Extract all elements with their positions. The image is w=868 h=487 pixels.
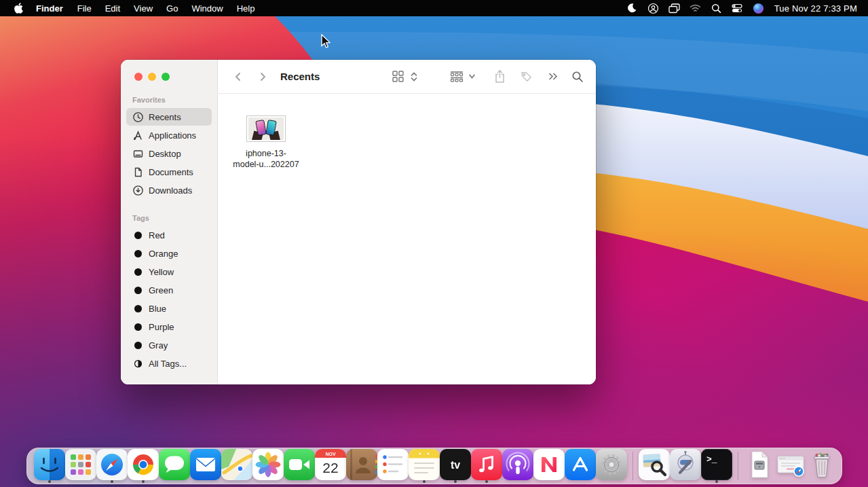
tag-button[interactable]	[516, 67, 537, 87]
minimize-button[interactable]	[148, 73, 156, 81]
running-indicator	[111, 480, 113, 483]
user-account-icon[interactable]	[643, 0, 664, 16]
wifi-icon[interactable]	[685, 0, 706, 16]
dock-item-dmg-file[interactable]	[744, 448, 775, 484]
apple-menu[interactable]	[8, 3, 29, 14]
running-indicator	[454, 480, 457, 483]
view-sort-button[interactable]	[409, 67, 422, 87]
sidebar-tag-green[interactable]: Green	[126, 281, 212, 299]
menu-finder[interactable]: Finder	[29, 0, 71, 16]
notes-icon	[409, 449, 440, 480]
dock-item-tv[interactable]: tv	[440, 448, 471, 484]
dock-item-chrome[interactable]	[128, 448, 159, 484]
siri-icon[interactable]	[748, 0, 769, 16]
tag-dot-icon	[134, 287, 142, 294]
running-indicator	[423, 480, 426, 483]
launchpad-icon	[65, 449, 96, 480]
dock-item-podcasts[interactable]	[502, 448, 533, 484]
dock-item-app-store[interactable]	[565, 448, 596, 484]
dock-divider	[738, 452, 738, 480]
tag-dot-icon	[134, 305, 142, 312]
share-button[interactable]	[489, 67, 510, 87]
sidebar-item-desktop[interactable]: Desktop	[126, 145, 212, 162]
sidebar-tag-orange[interactable]: Orange	[126, 245, 212, 262]
menu-window[interactable]: Window	[185, 0, 229, 16]
sidebar-item-downloads[interactable]: Downloads	[126, 181, 212, 199]
automator-icon	[670, 449, 701, 480]
sidebar-tag-yellow[interactable]: Yellow	[126, 263, 212, 281]
dock-item-news[interactable]	[533, 448, 565, 484]
zoom-button[interactable]	[162, 73, 170, 81]
do-not-disturb-icon[interactable]	[622, 0, 643, 16]
finder-window: Favorites Recents Applications Desktop	[121, 60, 596, 384]
menu-file[interactable]: File	[71, 0, 98, 16]
sidebar-tag-gray[interactable]: Gray	[126, 336, 212, 354]
reminders-icon	[377, 449, 409, 480]
dock-item-terminal[interactable]: >_	[701, 448, 732, 484]
dock-item-launchpad[interactable]	[65, 448, 96, 484]
menu-bar-clock[interactable]: Tue Nov 22 7:33 PM	[769, 3, 861, 14]
menu-help[interactable]: Help	[230, 0, 262, 16]
sidebar-tag-blue[interactable]: Blue	[126, 300, 212, 317]
tag-label: Orange	[149, 249, 178, 259]
tag-dot-icon	[134, 268, 142, 276]
sidebar-item-label: Documents	[149, 167, 193, 177]
dock-item-finder[interactable]	[34, 448, 65, 484]
svg-text:22: 22	[322, 460, 338, 475]
dock-item-messages[interactable]	[159, 448, 190, 484]
sidebar-item-documents[interactable]: Documents	[126, 163, 212, 181]
dock-item-safari[interactable]	[96, 448, 128, 484]
icon-view-button[interactable]	[388, 67, 409, 87]
minimized-safari-window-icon	[775, 449, 806, 480]
sidebar-item-label: Desktop	[149, 149, 181, 159]
dock: NOV 22	[26, 448, 842, 484]
dock-item-preview[interactable]	[639, 448, 670, 484]
desktop-icon	[132, 148, 144, 160]
clock-icon	[132, 111, 144, 123]
dock-item-photos[interactable]	[252, 448, 284, 484]
sidebar-item-label: Recents	[149, 112, 181, 122]
menu-view[interactable]: View	[127, 0, 159, 16]
finder-main: Recents	[218, 60, 596, 384]
group-by-button[interactable]	[445, 67, 468, 87]
more-toolbar-button[interactable]	[544, 67, 563, 87]
dock-item-maps[interactable]	[221, 448, 252, 484]
sidebar-tag-red[interactable]: Red	[126, 226, 212, 244]
sidebar-tag-purple[interactable]: Purple	[126, 318, 212, 336]
back-button[interactable]	[229, 67, 248, 86]
forward-button[interactable]	[253, 67, 272, 86]
dock-item-facetime[interactable]	[284, 448, 315, 484]
close-button[interactable]	[134, 73, 143, 81]
running-indicator	[142, 480, 145, 483]
dock-item-contacts[interactable]	[346, 448, 377, 484]
search-button[interactable]	[567, 67, 588, 87]
group-by-icon	[449, 70, 464, 83]
menu-go[interactable]: Go	[159, 0, 185, 16]
finder-sidebar: Favorites Recents Applications Desktop	[121, 60, 218, 384]
safari-icon	[96, 449, 128, 480]
dock-item-notes[interactable]	[409, 448, 440, 484]
sidebar-all-tags[interactable]: All Tags...	[126, 355, 212, 372]
menu-edit[interactable]: Edit	[98, 0, 127, 16]
sidebar-item-recents[interactable]: Recents	[126, 108, 212, 126]
dock-item-minimized-window[interactable]	[775, 448, 806, 484]
group-by-chevron[interactable]	[468, 67, 480, 87]
tag-dot-icon	[134, 323, 142, 331]
finder-toolbar: Recents	[218, 60, 596, 94]
system-preferences-icon	[596, 449, 627, 480]
dock-item-music[interactable]	[471, 448, 502, 484]
dock-item-system-preferences[interactable]	[596, 448, 627, 484]
dock-item-trash[interactable]	[806, 448, 837, 484]
file-thumbnail	[246, 115, 286, 142]
screen-mirroring-icon[interactable]	[664, 0, 685, 16]
dock-item-mail[interactable]	[190, 448, 221, 484]
dock-item-reminders[interactable]	[377, 448, 409, 484]
terminal-icon: >_	[701, 449, 732, 480]
dock-item-automator[interactable]	[670, 448, 701, 484]
dock-item-calendar[interactable]: NOV 22	[315, 448, 346, 484]
dock-divider	[633, 452, 633, 480]
file-item[interactable]: iphone-13- model-u...202207	[226, 115, 306, 170]
sidebar-item-applications[interactable]: Applications	[126, 126, 212, 144]
control-center-icon[interactable]	[727, 0, 748, 16]
spotlight-search-icon[interactable]	[706, 0, 727, 16]
